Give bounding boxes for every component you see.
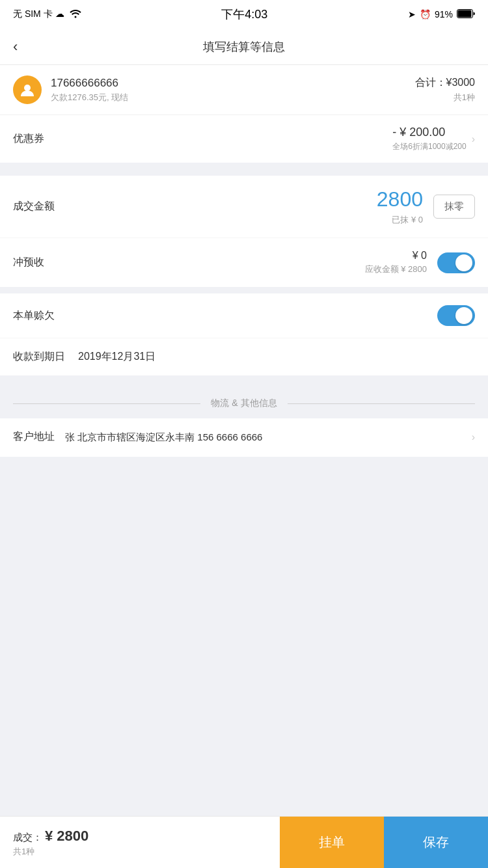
svg-point-2 — [24, 85, 31, 91]
footer: 成交： ¥ 2800 共1种 挂单 保存 — [0, 816, 488, 868]
customer-phone: 17666666666 — [51, 77, 128, 90]
sheqian-label: 本单赊欠 — [13, 309, 55, 323]
battery-percent: 91% — [435, 9, 453, 20]
chongyu-label: 冲预收 — [13, 256, 44, 269]
battery-icon — [457, 9, 475, 20]
bottom-spacer — [0, 457, 488, 522]
sim-label: 无 SIM 卡 ☁ — [13, 8, 64, 20]
deal-row: 成交金额 2800 已抹 ¥ 0 抹零 — [0, 176, 488, 238]
hang-single-button[interactable]: 挂单 — [280, 817, 384, 869]
chongyu-row: 冲预收 ¥ 0 应收金额 ¥ 2800 — [0, 238, 488, 287]
divider-3 — [0, 382, 488, 388]
wifi-icon — [70, 9, 81, 20]
deal-amount: 2800 — [377, 187, 423, 211]
chevron-right-icon: › — [472, 133, 475, 145]
location-icon: ➤ — [408, 9, 416, 20]
logistics-line-right — [288, 403, 475, 404]
logistics-label: 物流 & 其他信息 — [211, 398, 277, 409]
status-bar: 无 SIM 卡 ☁ 下午4:03 ➤ ⏰ 91% — [0, 0, 488, 29]
footer-info: 成交： ¥ 2800 共1种 — [0, 828, 280, 858]
customer-info: 17666666666 欠款1276.35元, 现结 — [51, 77, 128, 103]
logistics-header: 物流 & 其他信息 — [0, 388, 488, 418]
coupon-right: - ¥ 200.00 全场6折满1000减200 › — [392, 126, 475, 152]
moling-button[interactable]: 抹零 — [433, 195, 475, 219]
avatar — [13, 75, 42, 104]
customer-total: 合计：¥3000 — [415, 76, 476, 90]
deal-section: 成交金额 2800 已抹 ¥ 0 抹零 冲预收 ¥ 0 应收金额 ¥ 2800 — [0, 176, 488, 287]
address-row[interactable]: 客户地址 张 北京市市辖区海淀区永丰南 156 6666 6666 › — [0, 418, 488, 457]
deal-label: 成交金额 — [13, 200, 55, 213]
footer-deal-amount: ¥ 2800 — [45, 828, 88, 845]
alarm-icon: ⏰ — [420, 9, 431, 20]
chongyu-amount: ¥ 0 — [365, 250, 427, 262]
status-right: ➤ ⏰ 91% — [408, 9, 475, 20]
coupon-label: 优惠券 — [13, 132, 44, 146]
deal-moling-sub: 已抹 ¥ 0 — [377, 214, 423, 226]
customer-row: 17666666666 欠款1276.35元, 现结 合计：¥3000 共1种 — [0, 65, 488, 115]
customer-debt: 欠款1276.35元, 现结 — [51, 92, 128, 103]
sheqian-toggle[interactable] — [437, 305, 475, 326]
chongyu-right-wrapper: ¥ 0 应收金额 ¥ 2800 — [365, 250, 475, 275]
customer-section: 17666666666 欠款1276.35元, 现结 合计：¥3000 共1种 … — [0, 65, 488, 163]
coupon-detail: 全场6折满1000减200 — [392, 141, 466, 152]
due-date-label: 收款到期日 — [13, 350, 65, 364]
status-time: 下午4:03 — [221, 7, 267, 22]
address-chevron-icon: › — [472, 431, 475, 443]
deal-right: 2800 已抹 ¥ 0 抹零 — [377, 187, 475, 226]
chongyu-values: ¥ 0 应收金额 ¥ 2800 — [365, 250, 427, 275]
footer-deal-label: 成交： — [13, 832, 42, 844]
chongyu-toggle[interactable] — [437, 252, 475, 273]
logistics-line-left — [13, 403, 200, 404]
save-button[interactable]: 保存 — [384, 817, 488, 869]
customer-left: 17666666666 欠款1276.35元, 现结 — [13, 75, 128, 104]
coupon-row[interactable]: 优惠券 - ¥ 200.00 全场6折满1000减200 › — [0, 115, 488, 163]
coupon-discount: - ¥ 200.00 — [392, 126, 466, 139]
sheqian-row: 本单赊欠 — [0, 293, 488, 338]
due-date-row: 收款到期日 2019年12月31日 — [0, 338, 488, 375]
address-value: 张 北京市市辖区海淀区永丰南 156 6666 6666 — [65, 430, 461, 445]
chongyu-sub: 应收金额 ¥ 2800 — [365, 264, 427, 275]
address-label: 客户地址 — [13, 430, 55, 444]
nav-bar: ‹ 填写结算等信息 — [0, 29, 488, 65]
customer-right: 合计：¥3000 共1种 — [415, 76, 476, 103]
divider-2 — [0, 287, 488, 293]
status-left: 无 SIM 卡 ☁ — [13, 8, 81, 20]
divider-1 — [0, 169, 488, 176]
footer-count: 共1种 — [13, 846, 267, 858]
sheqian-section: 本单赊欠 收款到期日 2019年12月31日 — [0, 293, 488, 375]
svg-rect-1 — [457, 10, 471, 17]
customer-count: 共1种 — [415, 92, 476, 103]
due-date-value: 2019年12月31日 — [78, 350, 156, 364]
back-button[interactable]: ‹ — [13, 38, 18, 55]
page-title: 填写结算等信息 — [203, 39, 285, 55]
